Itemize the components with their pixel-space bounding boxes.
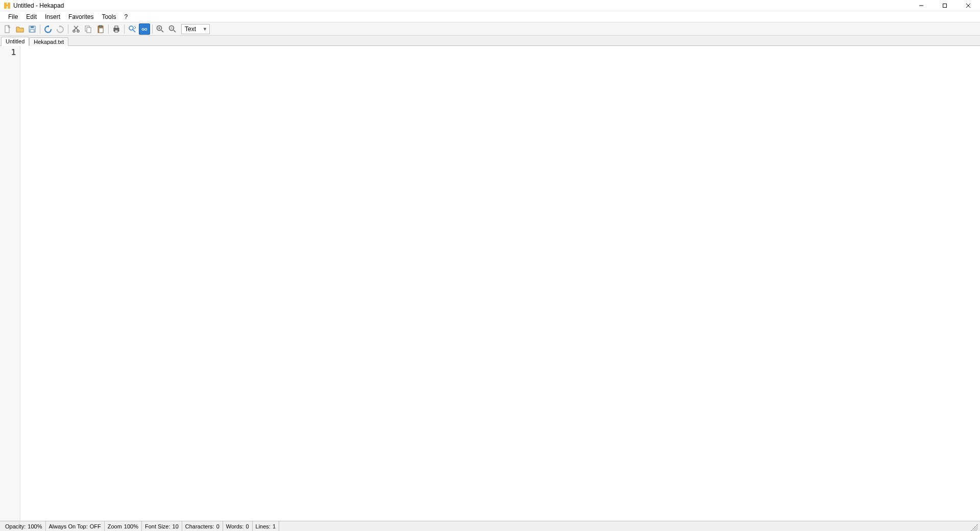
redo-button[interactable]	[55, 23, 66, 35]
line-number: 1	[0, 48, 16, 57]
editor-area: 1	[0, 46, 980, 521]
zoom-in-button[interactable]	[155, 23, 166, 35]
syntax-dropdown[interactable]: Text ▼	[181, 24, 210, 34]
status-label: Lines:	[256, 523, 271, 529]
tabstrip: Untitled Hekapad.txt	[0, 36, 980, 46]
svg-point-26	[129, 26, 133, 30]
save-file-button[interactable]	[27, 23, 38, 35]
toolbar: GO Text ▼	[0, 22, 980, 36]
status-label: Zoom	[108, 523, 122, 529]
statusbar: Opacity: 100% Always On Top: OFF Zoom 10…	[0, 521, 980, 531]
toolbar-separator	[124, 24, 125, 34]
text-editor[interactable]	[20, 46, 980, 521]
print-button[interactable]	[111, 23, 122, 35]
window-controls	[910, 0, 980, 11]
status-value: 1	[273, 523, 276, 529]
menu-file[interactable]: File	[4, 12, 22, 21]
line-number-gutter: 1	[0, 46, 20, 521]
toolbar-separator	[68, 24, 68, 34]
svg-point-17	[77, 30, 79, 32]
undo-button[interactable]	[42, 23, 54, 35]
status-value: 0	[246, 523, 249, 529]
menu-help[interactable]: ?	[120, 12, 132, 21]
toolbar-separator	[40, 24, 40, 34]
status-label: Font Size:	[145, 523, 170, 529]
window-title: Untitled - Hekapad	[13, 2, 64, 9]
svg-rect-11	[30, 30, 34, 32]
find-replace-button[interactable]	[127, 23, 138, 35]
status-value: 10	[173, 523, 179, 529]
svg-rect-10	[31, 26, 34, 28]
tab-untitled[interactable]: Untitled	[1, 37, 29, 46]
open-file-button[interactable]	[14, 23, 26, 35]
app-icon	[3, 2, 11, 10]
copy-button[interactable]	[83, 23, 94, 35]
syntax-value: Text	[185, 26, 196, 33]
svg-rect-24	[115, 26, 118, 28]
svg-line-35	[174, 30, 176, 32]
status-label: Characters:	[185, 523, 214, 529]
status-zoom: Zoom 100%	[105, 521, 142, 531]
status-characters: Characters: 0	[182, 521, 223, 531]
resize-grip-icon[interactable]	[971, 524, 978, 531]
svg-rect-22	[99, 28, 103, 33]
paste-button[interactable]	[95, 23, 106, 35]
status-value: 100%	[124, 523, 138, 529]
zoom-out-button[interactable]	[167, 23, 178, 35]
svg-rect-21	[99, 26, 102, 27]
status-value: 100%	[28, 523, 42, 529]
cut-button[interactable]	[70, 23, 82, 35]
status-opacity: Opacity: 100%	[2, 521, 46, 531]
close-button[interactable]	[957, 0, 980, 11]
tab-hekapad-txt[interactable]: Hekapad.txt	[29, 37, 68, 46]
svg-line-27	[133, 30, 135, 32]
status-font-size: Font Size: 10	[142, 521, 182, 531]
svg-rect-4	[943, 4, 947, 7]
status-lines: Lines: 1	[253, 521, 279, 531]
svg-rect-25	[115, 30, 118, 32]
status-label: Opacity:	[5, 523, 26, 529]
minimize-button[interactable]	[910, 0, 933, 11]
status-always-on-top: Always On Top: OFF	[46, 521, 105, 531]
new-file-button[interactable]	[2, 23, 13, 35]
status-value: OFF	[90, 523, 101, 529]
svg-rect-2	[4, 5, 10, 6]
menu-edit[interactable]: Edit	[22, 12, 41, 21]
tab-label: Hekapad.txt	[34, 39, 64, 45]
tab-label: Untitled	[6, 38, 24, 44]
svg-line-31	[161, 30, 163, 32]
menu-favorites[interactable]: Favorites	[64, 12, 97, 21]
menu-tools[interactable]: Tools	[97, 12, 120, 21]
status-value: 0	[216, 523, 219, 529]
status-label: Words:	[226, 523, 244, 529]
toolbar-separator	[108, 24, 109, 34]
menubar: File Edit Insert Favorites Tools ?	[0, 11, 980, 22]
maximize-button[interactable]	[933, 0, 957, 11]
go-button[interactable]: GO	[139, 23, 150, 35]
toolbar-separator	[152, 24, 153, 34]
menu-insert[interactable]: Insert	[41, 12, 64, 21]
titlebar: Untitled - Hekapad	[0, 0, 980, 11]
svg-rect-19	[87, 28, 91, 33]
chevron-down-icon: ▼	[203, 27, 207, 32]
status-label: Always On Top:	[49, 523, 88, 529]
svg-point-16	[73, 30, 75, 32]
status-words: Words: 0	[223, 521, 253, 531]
svg-text:GO: GO	[142, 28, 148, 31]
